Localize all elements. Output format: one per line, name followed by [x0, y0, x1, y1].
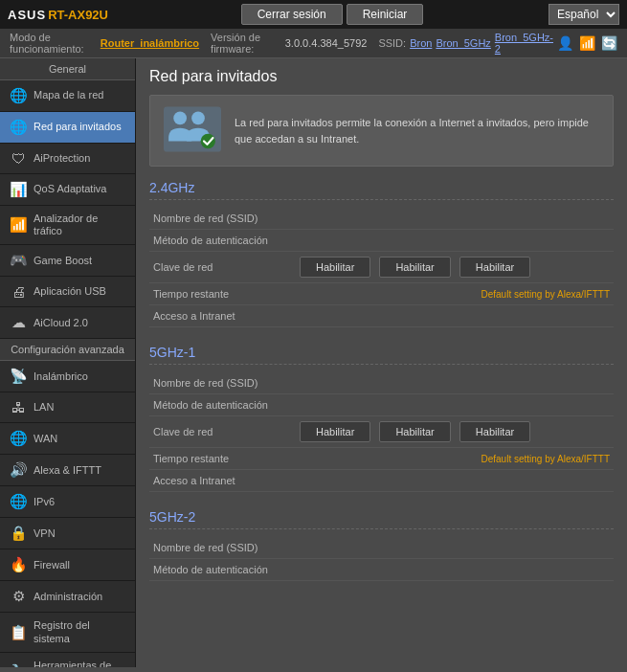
guests-icon: 🌐: [10, 119, 27, 136]
table-row: Método de autenticación: [149, 230, 614, 252]
info-box: La red para invitados permite la conexió…: [149, 95, 614, 167]
sidebar-label-alexa: Alexa & IFTTT: [34, 464, 101, 477]
row-value-key-24: Habilitar Habilitar Habilitar: [293, 252, 614, 283]
settings-table-5g2: Nombre de red (SSID) Método de autentica…: [149, 537, 614, 581]
sidebar-label-aiprotection: AiProtection: [34, 152, 90, 165]
sidebar-item-administracion[interactable]: ⚙ Administración: [0, 581, 135, 613]
enable-btn-5g1-3[interactable]: Habilitar: [459, 421, 530, 442]
section-24ghz: 2.4GHz Nombre de red (SSID) Método de au…: [149, 180, 614, 327]
sidebar-item-analizador[interactable]: 📶 Analizador de tráfico: [0, 206, 135, 245]
sidebar-item-qos[interactable]: 📊 QoS Adaptativa: [0, 174, 135, 206]
sidebar-item-firewall[interactable]: 🔥 Firewall: [0, 549, 135, 581]
map-icon: 🌐: [10, 87, 27, 104]
freq-title-5g1: 5GHz-1: [149, 345, 614, 365]
row-value-ssid-5g1: [293, 372, 614, 394]
people-icon: [164, 105, 221, 153]
alexa-text-5g1: Default setting by Alexa/IFTTT: [297, 454, 610, 464]
table-row: Nombre de red (SSID): [149, 208, 614, 230]
status-bar-icons: 👤 📶 🔄: [557, 35, 617, 51]
language-select[interactable]: Español English: [549, 4, 619, 25]
game-icon: 🎮: [10, 252, 27, 269]
enable-btn-24-3[interactable]: Habilitar: [459, 257, 530, 278]
lan-icon: 🖧: [10, 399, 27, 415]
restart-button[interactable]: Reiniciar: [347, 4, 424, 25]
top-bar-center: Cerrar sesión Reiniciar: [116, 4, 549, 25]
refresh-icon[interactable]: 🔄: [601, 35, 617, 51]
row-label-auth-5g1: Método de autenticación: [149, 394, 293, 416]
sidebar-label-vpn: VPN: [34, 527, 56, 540]
wireless-icon: 📡: [10, 368, 27, 385]
shield-icon: 🛡: [10, 150, 27, 167]
row-label-ssid-24: Nombre de red (SSID): [149, 208, 293, 230]
sidebar-item-alexa[interactable]: 🔊 Alexa & IFTTT: [0, 455, 135, 486]
qos-icon: 📊: [10, 181, 27, 198]
ipv6-icon: 🌐: [10, 493, 27, 510]
sidebar-label-aicloud: AiCloud 2.0: [34, 317, 88, 329]
ssid-2[interactable]: Bron_5GHz: [436, 37, 490, 49]
wan-icon: 🌐: [10, 430, 27, 447]
mode-value: Router_inalámbrico: [101, 37, 199, 49]
svg-point-1: [173, 112, 187, 125]
sidebar-label-firewall: Firewall: [34, 559, 70, 571]
section-5ghz1: 5GHz-1 Nombre de red (SSID) Método de au…: [149, 345, 614, 492]
table-row: Acceso a Intranet: [149, 470, 614, 492]
row-label-auth-24: Método de autenticación: [149, 230, 293, 252]
traffic-icon: 📶: [10, 216, 27, 234]
asus-logo: ASUS RT-AX92U: [8, 8, 108, 22]
sidebar-label-inalambrico: Inalámbrico: [34, 370, 88, 383]
sidebar-label-administracion: Administración: [34, 591, 102, 603]
firewall-icon: 🔥: [10, 556, 27, 573]
top-bar: ASUS RT-AX92U Cerrar sesión Reiniciar Es…: [0, 0, 627, 29]
sidebar-item-game-boost[interactable]: 🎮 Game Boost: [0, 245, 135, 277]
sidebar-label-lan: LAN: [34, 401, 54, 414]
sidebar-item-aicloud[interactable]: ☁ AiCloud 2.0: [0, 307, 135, 339]
mode-label: Modo de funcionamiento:: [10, 32, 97, 55]
ssid-3[interactable]: Bron_5GHz-2: [495, 32, 553, 55]
sidebar-item-vpn[interactable]: 🔒 VPN: [0, 518, 135, 549]
table-row: Nombre de red (SSID): [149, 537, 614, 559]
row-value-intranet-24: [293, 305, 614, 327]
table-row: Nombre de red (SSID): [149, 372, 614, 394]
row-label-key-5g1: Clave de red: [149, 416, 293, 448]
enable-btn-5g1-1[interactable]: Habilitar: [300, 421, 370, 442]
usb-icon: 🖨: [10, 283, 27, 300]
general-section-title: General: [0, 58, 135, 80]
row-label-key-24: Clave de red: [149, 252, 293, 283]
enable-btn-24-1[interactable]: Habilitar: [300, 257, 370, 278]
sidebar-item-inalambrico[interactable]: 📡 Inalámbrico: [0, 361, 135, 392]
table-row: Tiempo restante Default setting by Alexa…: [149, 448, 614, 470]
sidebar-item-ipv6[interactable]: 🌐 IPv6: [0, 486, 135, 518]
sidebar-item-wan[interactable]: 🌐 WAN: [0, 423, 135, 455]
status-bar: Modo de funcionamiento: Router_inalámbri…: [0, 29, 627, 58]
sidebar-label-red-invitados: Red para invitados: [34, 121, 122, 133]
cloud-icon: ☁: [10, 314, 27, 331]
sidebar-label-mapa-red: Mapa de la red: [34, 89, 103, 101]
enable-btn-24-2[interactable]: Habilitar: [379, 257, 450, 278]
alexa-icon: 🔊: [10, 461, 27, 479]
signal-icon[interactable]: 📶: [579, 35, 595, 51]
fw-label: Versión de firmware:: [211, 32, 281, 55]
vpn-icon: 🔒: [10, 525, 27, 542]
alexa-text-24: Default setting by Alexa/IFTTT: [297, 289, 610, 300]
sidebar-item-lan[interactable]: 🖧 LAN: [0, 392, 135, 423]
row-value-ssid-5g2: [293, 537, 614, 559]
table-row: Clave de red Habilitar Habilitar Habilit…: [149, 416, 614, 448]
row-value-auth-5g1: [293, 394, 614, 416]
logout-button[interactable]: Cerrar sesión: [241, 4, 343, 25]
row-label-time-5g1: Tiempo restante: [149, 448, 293, 470]
fw-value: 3.0.0.4.384_5792: [285, 37, 368, 49]
svg-point-3: [201, 134, 215, 148]
sidebar-label-registro: Registro del sistema: [34, 619, 125, 644]
table-row: Método de autenticación: [149, 394, 614, 416]
row-value-time-5g1: Default setting by Alexa/IFTTT: [293, 448, 614, 470]
sidebar-item-aiprotection[interactable]: 🛡 AiProtection: [0, 144, 135, 174]
row-value-ssid-24: [293, 208, 614, 230]
user-icon[interactable]: 👤: [557, 35, 573, 51]
sidebar-item-mapa-red[interactable]: 🌐 Mapa de la red: [0, 80, 135, 112]
sidebar-item-registro[interactable]: 📋 Registro del sistema: [0, 613, 135, 652]
sidebar-item-herramientas[interactable]: 🔧 Herramientas de red: [0, 653, 135, 667]
sidebar-item-app-usb[interactable]: 🖨 Aplicación USB: [0, 277, 135, 307]
sidebar-item-red-invitados[interactable]: 🌐 Red para invitados: [0, 112, 135, 144]
enable-btn-5g1-2[interactable]: Habilitar: [379, 421, 450, 442]
ssid-1[interactable]: Bron: [410, 37, 432, 49]
